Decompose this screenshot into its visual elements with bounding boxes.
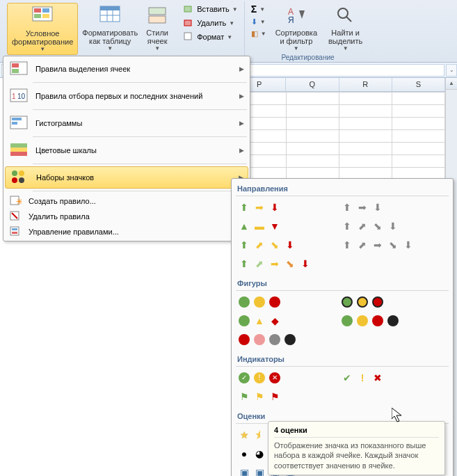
svg-point-34 [12, 177, 17, 183]
svg-rect-13 [184, 20, 191, 26]
iconset-4-circles[interactable] [339, 312, 436, 329]
iconset-3-signs[interactable]: ▲◆ [236, 312, 333, 329]
conditional-formatting-button[interactable]: Условное форматирование▼ [7, 3, 78, 55]
sort-filter-icon: AЯ [285, 5, 307, 27]
chevron-down-icon: ▼ [294, 45, 299, 51]
find-select-button[interactable]: Найти и выделить▼ [324, 3, 367, 54]
svg-rect-3 [34, 14, 41, 18]
svg-text:✳: ✳ [16, 197, 22, 207]
sort-filter-button[interactable]: AЯ Сортировка и фильтр▼ [271, 3, 321, 54]
submenu-arrow-icon: ▶ [239, 120, 244, 127]
fill-down-icon: ⬇ [251, 17, 257, 26]
new-rule-icon: ✳ [9, 195, 22, 207]
submenu-arrow-icon: ▶ [239, 65, 244, 72]
iconset-3-arrows-gray[interactable]: ⬆➡⬇ [339, 199, 436, 216]
iconset-3-triangles[interactable]: ▲▬▼ [236, 218, 333, 235]
svg-rect-41 [12, 228, 17, 230]
chevron-down-icon: ▼ [229, 20, 234, 26]
menu-highlight-cells[interactable]: Правила выделения ячеек▶ [5, 58, 248, 80]
iconset-4-arrows-color[interactable]: ⬆⬈⬊⬇ [236, 237, 333, 253]
col-header[interactable]: Q [286, 78, 339, 91]
category-shapes: Фигуры [236, 276, 449, 291]
separator [33, 164, 247, 164]
menu-manage-rules[interactable]: Управление правилами... [5, 224, 248, 239]
menu-data-bars[interactable]: Гистограммы▶ [5, 112, 248, 134]
sigma-icon: Σ [251, 3, 257, 15]
table-icon [99, 5, 121, 27]
col-header[interactable]: S [392, 78, 445, 91]
category-indicators: Индикаторы [236, 352, 449, 367]
svg-point-18 [338, 8, 348, 18]
separator [33, 109, 247, 110]
category-directions: Направления [236, 182, 449, 196]
clear-button[interactable]: ◧ ▼ [249, 29, 268, 39]
find-icon [335, 5, 357, 27]
format-button[interactable]: Формат ▼ [181, 31, 240, 43]
chevron-down-icon: ▼ [227, 34, 232, 40]
menu-new-rule[interactable]: ✳ Создать правило... [5, 193, 248, 209]
svg-rect-12 [184, 6, 191, 12]
chevron-down-icon: ▼ [154, 45, 160, 51]
submenu-arrow-icon: ▶ [239, 93, 244, 100]
svg-text:Я: Я [288, 15, 294, 25]
svg-rect-10 [149, 8, 166, 15]
menu-color-scales[interactable]: Цветовые шкалы▶ [5, 139, 248, 161]
svg-rect-14 [184, 33, 191, 40]
col-header[interactable]: R [339, 78, 392, 91]
iconset-3-symbols-uncircled[interactable]: ✔!✖ [339, 370, 436, 386]
menu-icon-sets[interactable]: Наборы значков▶ [5, 166, 248, 189]
iconset-3-arrows-color[interactable]: ⬆➡⬇ [236, 199, 333, 216]
chevron-down-icon: ▼ [260, 19, 266, 25]
chevron-down-icon: ▼ [343, 45, 348, 51]
scroll-up-icon[interactable]: ▲ [446, 78, 457, 90]
group-label: Редактирование [281, 54, 334, 61]
top-bottom-icon: 110 [9, 88, 29, 104]
fill-button[interactable]: ⬇ ▼ [249, 17, 268, 27]
svg-point-32 [12, 170, 17, 176]
svg-rect-11 [149, 16, 166, 23]
manage-rules-icon [9, 225, 22, 238]
iconset-3-traffic-lights-rimmed[interactable] [339, 294, 436, 310]
svg-rect-28 [12, 122, 17, 125]
svg-rect-4 [42, 14, 49, 18]
insert-button[interactable]: Вставить ▼ [181, 3, 240, 15]
svg-rect-29 [10, 143, 27, 148]
svg-point-33 [19, 170, 24, 176]
cell-styles-icon [146, 5, 168, 27]
chevron-down-icon: ▼ [259, 6, 265, 13]
cells-group: Вставить ▼ Удалить ▼ Формат ▼ [177, 1, 245, 61]
icon-sets-icon [10, 169, 29, 186]
iconset-5-arrows-gray[interactable]: ⬆⬈➡⬊⬇ [339, 237, 436, 253]
autosum-button[interactable]: Σ ▼ [249, 3, 268, 15]
iconset-4-arrows-gray[interactable]: ⬆⬈⬊⬇ [339, 218, 436, 235]
iconset-3-circles[interactable] [236, 294, 333, 310]
data-bars-icon [9, 115, 29, 132]
column-headers: P Q R S [233, 78, 445, 92]
iconset-5-arrows-color[interactable]: ⬆⬈➡⬊⬇ [236, 255, 333, 272]
tooltip: 4 оценки Отображение значка из показанно… [268, 421, 445, 475]
svg-rect-40 [10, 227, 19, 235]
svg-text:10: 10 [17, 93, 26, 100]
iconset-3-flags[interactable]: ⚑⚑⚑ [236, 388, 333, 405]
iconset-3-symbols-circled[interactable]: ✓!✕ [236, 370, 333, 386]
svg-point-35 [19, 177, 24, 183]
cell-styles-button[interactable]: Стили ячеек▼ [142, 3, 173, 55]
svg-rect-27 [12, 118, 22, 120]
separator [33, 191, 247, 191]
format-as-table-button[interactable]: Форматировать как таблицу▼ [78, 3, 142, 55]
svg-rect-1 [34, 8, 41, 13]
expand-formula-icon[interactable]: ⌄ [446, 64, 457, 77]
menu-clear-rules[interactable]: Удалить правила▶ [5, 209, 248, 224]
chevron-down-icon: ▼ [261, 31, 266, 37]
iconset-4-red-to-black[interactable] [236, 331, 333, 348]
separator [33, 82, 247, 83]
delete-button[interactable]: Удалить ▼ [181, 17, 240, 29]
ribbon: Условное форматирование▼ Форматировать к… [0, 0, 457, 63]
separator [33, 136, 247, 137]
svg-rect-42 [12, 232, 17, 234]
tooltip-title: 4 оценки [274, 426, 439, 438]
menu-top-bottom[interactable]: 110 Правила отбора первых и последних зн… [5, 85, 248, 107]
conditional-formatting-icon [31, 6, 54, 28]
editing-group: Σ ▼ ⬇ ▼ ◧ ▼ AЯ Сортировка и фильтр▼ Найт… [245, 1, 371, 61]
chevron-down-icon: ▼ [232, 6, 238, 13]
